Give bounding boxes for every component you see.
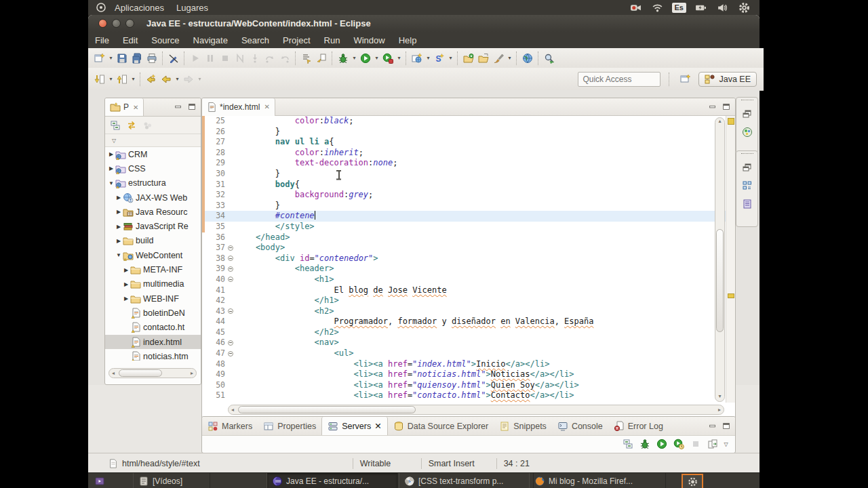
tree-item-estructura[interactable]: ▼estructura xyxy=(105,176,201,190)
code-line-43[interactable]: 43<h2> xyxy=(202,306,735,317)
next-annotation-icon[interactable] xyxy=(92,72,107,87)
explorer-hscrollbar[interactable]: ◂ ▸ xyxy=(108,368,197,378)
tree-item-jax-ws-web[interactable]: ▶JAX-WS Web xyxy=(105,190,201,205)
tree-item-index-html[interactable]: index.html xyxy=(105,335,201,349)
tree-expanded-arrow-icon[interactable]: ▼ xyxy=(115,252,122,258)
fold-marker-icon[interactable] xyxy=(226,253,236,264)
tree-collapsed-arrow-icon[interactable]: ▶ xyxy=(123,296,130,302)
code-line-31[interactable]: 31body{ xyxy=(202,180,735,190)
view-menu-icon[interactable]: ▽ xyxy=(722,441,730,447)
new-web-page-icon[interactable] xyxy=(410,51,425,66)
collapse-all-icon[interactable] xyxy=(108,118,123,133)
menu-aplicaciones[interactable]: Aplicaciones xyxy=(108,0,170,15)
tree-item-multimedia[interactable]: ▶multimedia xyxy=(105,277,201,291)
tab-properties[interactable]: Properties xyxy=(258,417,321,435)
code-line-44[interactable]: 44Programador, formador y diseñador en V… xyxy=(202,317,735,327)
step-return-icon[interactable] xyxy=(277,51,292,66)
new-wizard-icon[interactable] xyxy=(92,51,107,66)
close-button[interactable] xyxy=(98,19,107,28)
fold-marker-icon[interactable] xyxy=(226,348,236,359)
tree-collapsed-arrow-icon[interactable]: ▶ xyxy=(123,281,130,287)
taskbar-item-firefox[interactable]: Mi blog - Mozilla Firef... xyxy=(529,473,666,488)
publish-icon[interactable] xyxy=(705,436,720,451)
tree-item-javascript-re[interactable]: ▶JavaScript Re xyxy=(105,219,201,233)
stop-icon[interactable] xyxy=(688,436,703,451)
print-icon[interactable] xyxy=(144,51,159,66)
import-icon[interactable] xyxy=(461,51,476,66)
code-line-27[interactable]: 27nav ul li a{ xyxy=(202,137,735,148)
menu-lugares[interactable]: Lugares xyxy=(170,0,214,15)
step-over-icon[interactable] xyxy=(262,51,277,66)
system-gear-icon[interactable] xyxy=(736,0,751,15)
taskbar-item-eclipse[interactable]: Java EE - estructura/... xyxy=(267,473,398,488)
minimize-view-icon[interactable] xyxy=(708,422,717,431)
restore-view-icon[interactable] xyxy=(741,161,754,174)
code-line-29[interactable]: 29text-decoration:none; xyxy=(202,158,735,169)
tree-item-meta-inf[interactable]: ▶META-INF xyxy=(105,262,201,277)
tab-markers[interactable]: Markers xyxy=(202,417,258,435)
code-line-38[interactable]: 38<div id="contenedor"> xyxy=(202,253,735,264)
back-icon[interactable] xyxy=(159,72,174,87)
close-editor-icon[interactable]: ✕ xyxy=(264,103,269,110)
tree-collapsed-arrow-icon[interactable]: ▶ xyxy=(115,238,122,244)
tree-collapsed-arrow-icon[interactable]: ▶ xyxy=(115,224,122,230)
code-line-32[interactable]: 32background:grey; xyxy=(202,190,735,201)
documentation-icon[interactable] xyxy=(741,197,754,211)
export-icon[interactable] xyxy=(476,51,491,66)
dropdown-arrow-icon[interactable]: ▾ xyxy=(351,55,358,61)
code-area[interactable]: ▴ ▾ 25color:black;26}27nav ul li a{28col… xyxy=(202,116,735,403)
code-line-49[interactable]: 49<li><a href="noticias.html">Noticias</… xyxy=(202,369,735,380)
stack-drag-handle[interactable] xyxy=(741,100,753,102)
dropdown-arrow-icon[interactable]: ▾ xyxy=(506,55,513,61)
tree-item-webcontent[interactable]: ▼WebContent xyxy=(105,248,201,262)
taskbar-item-chrome[interactable]: [CSS text-transform p... xyxy=(399,473,534,488)
tree-collapsed-arrow-icon[interactable]: ▶ xyxy=(108,165,115,171)
tree-item-noticias-htm[interactable]: noticias.htm xyxy=(105,349,201,361)
code-line-36[interactable]: 36</head> xyxy=(202,232,735,243)
dropdown-arrow-icon[interactable]: ▾ xyxy=(174,76,181,82)
code-line-35[interactable]: 35</style> xyxy=(202,222,735,232)
palette-icon[interactable] xyxy=(741,125,754,139)
fold-marker-icon[interactable] xyxy=(226,306,236,317)
tree-collapsed-arrow-icon[interactable]: ▶ xyxy=(123,267,130,273)
close-tab-icon[interactable]: ✕ xyxy=(374,421,381,431)
tree-collapsed-arrow-icon[interactable]: ▶ xyxy=(108,151,115,157)
collapse-all-icon[interactable] xyxy=(620,436,635,451)
save-icon[interactable] xyxy=(115,51,130,66)
run-external-icon[interactable] xyxy=(380,51,395,66)
overview-marker[interactable] xyxy=(728,118,734,125)
maximize-view-icon[interactable] xyxy=(187,102,197,112)
code-line-41[interactable]: 41El blog de Jose Vicente xyxy=(202,285,735,296)
menu-search[interactable]: Search xyxy=(235,32,276,48)
dropdown-arrow-icon[interactable]: ▾ xyxy=(107,55,115,61)
code-line-26[interactable]: 26} xyxy=(202,127,735,138)
fold-marker-icon[interactable] xyxy=(226,264,236,274)
restore-view-icon[interactable] xyxy=(741,107,754,121)
debug-icon[interactable] xyxy=(336,51,351,66)
new-servlet-icon[interactable]: S xyxy=(432,51,447,66)
maximize-editor-icon[interactable] xyxy=(722,102,731,112)
fold-marker-icon[interactable] xyxy=(226,243,236,253)
dropdown-arrow-icon[interactable]: ▾ xyxy=(373,55,380,61)
link-annotation-icon[interactable] xyxy=(314,51,329,66)
code-line-40[interactable]: 40<h1> xyxy=(202,274,735,285)
tab-snippets[interactable]: Snippets xyxy=(494,417,552,435)
code-line-51[interactable]: 51<li><a href="contacto.html">Contacto</… xyxy=(202,390,735,401)
tab-console[interactable]: Console xyxy=(552,417,608,435)
fold-marker-icon[interactable] xyxy=(226,274,236,285)
screen-record-icon[interactable] xyxy=(629,0,644,15)
keyboard-layout-badge[interactable]: Es xyxy=(672,3,686,13)
dropdown-arrow-icon[interactable]: ▾ xyxy=(447,55,454,61)
tree-item-java-resourc[interactable]: ▶Java Resourc xyxy=(105,205,201,219)
dropdown-arrow-icon[interactable]: ▾ xyxy=(107,76,115,82)
menu-edit[interactable]: Edit xyxy=(116,32,144,48)
code-line-42[interactable]: 42</h1> xyxy=(202,296,735,306)
profile-icon[interactable] xyxy=(671,436,686,451)
last-edit-location-icon[interactable] xyxy=(144,72,159,87)
show-annotation-icon[interactable] xyxy=(299,51,314,66)
step-into-icon[interactable] xyxy=(248,51,262,66)
fold-marker-icon[interactable] xyxy=(226,338,236,348)
code-line-37[interactable]: 37<body> xyxy=(202,243,735,253)
menu-help[interactable]: Help xyxy=(392,32,424,48)
menu-window[interactable]: Window xyxy=(347,32,391,48)
